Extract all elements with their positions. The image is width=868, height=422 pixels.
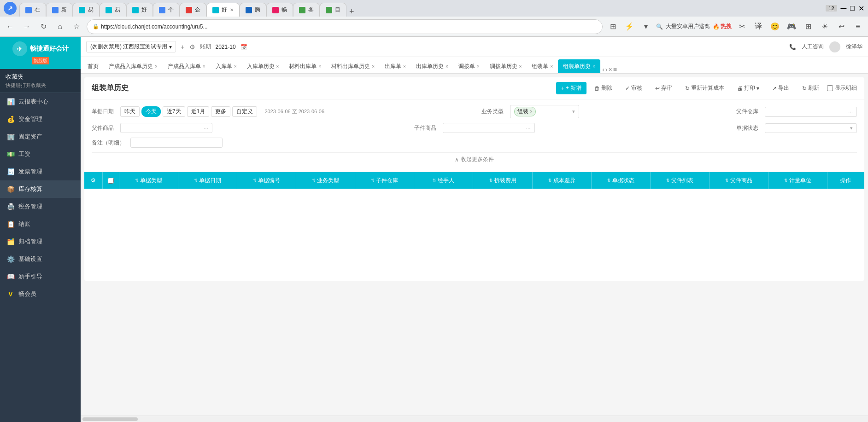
game-button[interactable]: 🎮 [785,20,798,33]
company-settings-button[interactable]: ⚙ [189,43,195,51]
dropdown-button[interactable]: ▾ [639,20,652,33]
tab-menu-icon[interactable]: ≡ [613,66,617,73]
tab-3[interactable]: 易 [73,3,100,17]
close-window-button[interactable]: ✕ [858,4,864,13]
nav-tab-9[interactable]: 调拨单 × [453,59,485,73]
parent-goods-input[interactable]: ··· [120,123,212,133]
sidebar-item-settlement[interactable]: 📋 结账 [0,215,81,233]
collapse-conditions-button[interactable]: ∧ 收起更多条件 [92,152,857,166]
back-button[interactable]: ← [4,20,17,33]
bookmark-button[interactable]: ☆ [70,20,83,33]
tab-close-all-icon[interactable]: × [608,66,612,73]
tab-prev-icon[interactable]: ‹ [602,66,604,73]
tab-11[interactable]: 各 [293,3,320,17]
th-settings[interactable]: ⚙ [84,172,103,189]
th-bill-no[interactable]: ⇅ 单据编号 [237,172,296,189]
translate-button[interactable]: 译 [752,20,765,33]
nav-tab-3-close[interactable]: × [234,64,237,69]
nav-tab-1[interactable]: 产成品入库单历史 × [104,59,163,73]
th-unit[interactable]: ⇅ 计量单位 [768,172,827,189]
date-btn-today[interactable]: 今天 [141,106,161,117]
th-disassemble-fee[interactable]: ⇅ 拆装费用 [473,172,532,189]
grid-button[interactable]: ⊞ [802,20,815,33]
tab-6[interactable]: 个 [153,3,180,17]
audit-button[interactable]: ✓ 审核 [620,82,647,94]
add-button[interactable]: + + 新增 [556,82,586,94]
tab-7[interactable]: 企 [180,3,206,17]
th-checkbox[interactable] [103,172,119,189]
biz-type-tag-close[interactable]: × [530,109,533,114]
sidebar-item-fund[interactable]: 💰 资金管理 [0,110,81,128]
sidebar-item-member[interactable]: V 畅会员 [0,285,81,303]
lightning-button[interactable]: ⚡ [623,20,636,33]
date-btn-more[interactable]: 更多 [211,106,230,117]
nav-tab-5-close[interactable]: × [318,64,321,69]
minimize-button[interactable]: ─ [841,4,847,13]
nav-tab-8[interactable]: 出库单历史 × [411,59,453,73]
select-all-checkbox[interactable] [108,178,114,184]
nav-tab-10-close[interactable]: × [519,64,522,69]
date-btn-7days[interactable]: 近7天 [163,106,185,117]
nav-tab-2[interactable]: 产成品入库单 × [163,59,211,73]
th-parent-goods[interactable]: ⇅ 父件商品 [710,172,768,189]
child-goods-input[interactable]: ··· [443,123,535,133]
bill-status-selector[interactable]: ▾ [765,123,857,133]
date-btn-yesterday[interactable]: 昨天 [120,106,140,117]
user-service-text[interactable]: 人工咨询 [802,43,824,51]
abandon-button[interactable]: ↩ 弃审 [650,82,677,94]
nav-tab-10[interactable]: 调拨单历史 × [485,59,527,73]
nav-tab-7-close[interactable]: × [403,64,406,69]
nav-tab-12-close[interactable]: × [592,64,595,69]
tab-4[interactable]: 易 [100,3,126,17]
refresh-browser-button[interactable]: ↻ [37,20,50,33]
tab-2[interactable]: 新 [46,3,73,17]
nav-tab-3[interactable]: 入库单 × [211,59,242,73]
nav-tab-11[interactable]: 组装单 × [527,59,558,73]
nav-tab-5[interactable]: 材料出库单 × [284,59,326,73]
forward-button[interactable]: → [20,20,33,33]
parent-warehouse-selector[interactable]: ··· [765,107,857,117]
nav-tab-4[interactable]: 入库单历史 × [242,59,284,73]
delete-button[interactable]: 🗑 删除 [589,82,617,94]
nav-tab-12-active[interactable]: 组装单历史 × [558,59,600,73]
nav-tab-9-close[interactable]: × [477,64,480,69]
nav-tab-1-close[interactable]: × [155,64,158,69]
sidebar-item-cloud-report[interactable]: 📊 云报表中心 [0,93,81,110]
date-btn-custom[interactable]: 自定义 [232,106,257,117]
emoji-button[interactable]: 😊 [768,20,781,33]
tab-8-close-icon[interactable]: ✕ [230,7,234,12]
show-detail-checkbox-area[interactable]: 显示明细 [827,84,857,92]
th-child-warehouse[interactable]: ⇅ 子件仓库 [355,172,414,189]
th-cost-diff[interactable]: ⇅ 成本差异 [533,172,592,189]
nav-tab-4-close[interactable]: × [276,64,279,69]
nav-tab-6-close[interactable]: × [372,64,375,69]
cut-button[interactable]: ✂ [735,20,748,33]
sun-button[interactable]: ☀ [818,20,831,33]
menu-button[interactable]: ≡ [851,20,864,33]
th-bill-type[interactable]: ⇅ 单据类型 [119,172,178,189]
refresh-button[interactable]: ↻ 刷新 [797,82,824,94]
sidebar-item-tax[interactable]: 🖨️ 税务管理 [0,198,81,215]
company-selector[interactable]: (勿删勿禁用) 江西服宝测试专用 ▾ [86,41,176,52]
tab-1[interactable]: 在 [19,3,46,17]
sidebar-item-invoice[interactable]: 🧾 发票管理 [0,163,81,180]
horizontal-scrollbar[interactable] [81,416,868,422]
nav-tab-7[interactable]: 出库单 × [380,59,411,73]
tab-12[interactable]: 目 [320,3,346,17]
date-btn-1month[interactable]: 近1月 [187,106,210,117]
sidebar-item-guide[interactable]: 📖 新手引导 [0,268,81,285]
th-parent-list[interactable]: ⇅ 父件列表 [651,172,710,189]
address-bar[interactable]: 🔒 https://cloud.chanjet.com/accounting/u… [87,19,603,34]
remark-input[interactable] [130,138,223,148]
sidebar-item-archive[interactable]: 🗂️ 归档管理 [0,233,81,250]
print-button[interactable]: 🖨 打印 ▾ [732,82,764,94]
th-bill-status[interactable]: ⇅ 单据状态 [592,172,651,189]
sidebar-item-inventory[interactable]: 📦 库存核算 [0,180,81,198]
nav-tab-6[interactable]: 材料出库单历史 × [326,59,380,73]
scroll-thumb[interactable] [82,417,138,421]
sidebar-item-settings[interactable]: ⚙️ 基础设置 [0,250,81,268]
nav-tab-8-close[interactable]: × [446,64,448,69]
nav-tab-2-close[interactable]: × [203,64,205,69]
th-handler[interactable]: ⇅ 经手人 [414,172,473,189]
nav-tab-home[interactable]: 首页 [82,59,104,73]
